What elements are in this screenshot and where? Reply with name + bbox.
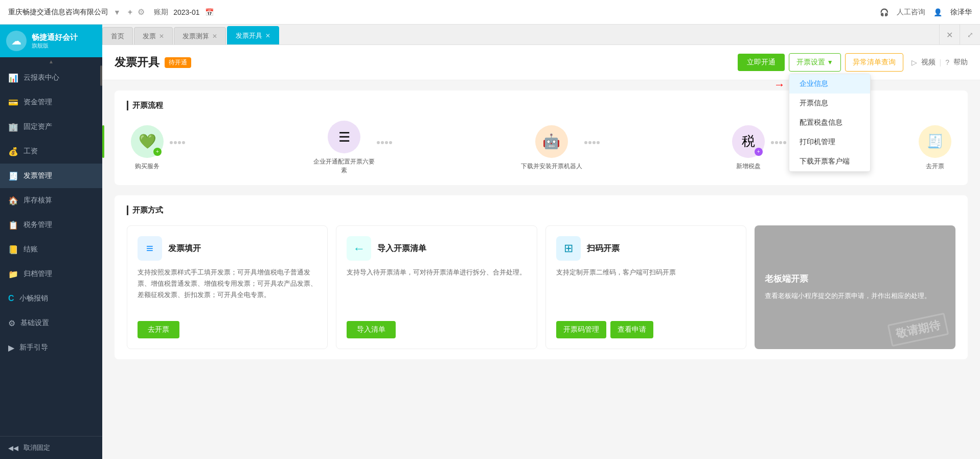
divider: | [940, 58, 942, 66]
sidebar-item-label: 库存核算 [24, 196, 52, 205]
fill-invoice-button[interactable]: 去开票 [138, 321, 179, 338]
tab-invoice[interactable]: 发票 ✕ [134, 27, 173, 44]
flow-step-1-border [102, 125, 104, 158]
method-fill-desc: 支持按照发票样式手工填开发票；可开具增值税电子普通发票、增值税普通发票、增值税专… [138, 267, 317, 313]
method-boss-title: 老板端开票 [765, 273, 808, 285]
logo: ☁ 畅捷通好会计 旗舰版 [0, 25, 102, 57]
settings-button[interactable]: 开票设置 ▼ [789, 53, 841, 72]
sidebar-item-xiaochu[interactable]: C 小畅报销 [0, 286, 102, 311]
dropdown-item-company[interactable]: 企业信息 [789, 74, 870, 94]
sidebar-item-new-guide[interactable]: ▶ 新手引导 [0, 335, 102, 360]
main-layout: ☁ 畅捷通好会计 旗舰版 ▲ 📊 云报表中心 💳 资金管理 🏢 固定资产 [0, 25, 980, 459]
flow-step-2: ☰ 企业开通配置开票六要素 [313, 121, 375, 175]
support-icon: 🎧 [880, 8, 888, 16]
sidebar-item-inventory[interactable]: 🏠 库存核算 [0, 188, 102, 213]
add-tab-icon[interactable]: + [128, 8, 132, 17]
flow-step-1-icon: 💚 + [131, 125, 164, 158]
tax-mgmt-icon: 📋 [8, 220, 18, 230]
tab-invoice-close[interactable]: ✕ [159, 33, 164, 40]
settings-dropdown[interactable]: 开票设置 ▼ → 企业信息 开票信息 配置税盘信息 打印机管理 下载开票客户端 [789, 53, 841, 72]
logo-text-block: 畅捷通好会计 旗舰版 [32, 32, 78, 50]
flow-step-5: 🧾 去开票 [915, 125, 955, 171]
sidebar-item-label: 固定资产 [24, 122, 52, 131]
sidebar-item-cancel-pin[interactable]: ◀◀ 取消固定 [0, 439, 102, 457]
logo-icon: ☁ [6, 31, 27, 51]
sidebar-item-label: 新手引导 [19, 343, 48, 352]
settings-chevron-icon: ▼ [827, 59, 833, 66]
company-dropdown-icon[interactable]: ▼ [113, 8, 121, 16]
dropdown-item-download-client[interactable]: 下载开票客户端 [789, 152, 870, 171]
dropdown-item-tax-config[interactable]: 配置税盘信息 [789, 113, 870, 132]
section-title-methods: 开票方式 [127, 205, 955, 215]
method-card-boss: 老板端开票 查看老板端小程序提交的开票申请，并作出相应的处理。 敬请期待 [755, 225, 955, 349]
settings-button-label: 开票设置 [796, 58, 825, 67]
cancel-pin-label: 取消固定 [24, 443, 50, 452]
video-link[interactable]: 视频 [921, 58, 936, 67]
step5-invoice-icon: 🧾 [927, 133, 943, 149]
maximize-window-button[interactable]: ⤢ [960, 25, 980, 45]
view-apply-button[interactable]: 查看申请 [610, 321, 653, 338]
sidebar: ☁ 畅捷通好会计 旗舰版 ▲ 📊 云报表中心 💳 资金管理 🏢 固定资产 [0, 25, 102, 459]
flow-connector-3 [584, 141, 726, 144]
support-link[interactable]: 人工咨询 [897, 8, 925, 17]
tab-invoice-open-label: 发票开具 [236, 31, 262, 40]
tab-bar: 首页 发票 ✕ 发票测算 ✕ 发票开具 ✕ ✕ ⤢ [102, 25, 980, 45]
sidebar-item-fund-mgmt[interactable]: 💳 资金管理 [0, 90, 102, 114]
page-header: 发票开具 待开通 立即开通 开票设置 ▼ [102, 45, 980, 80]
close-window-button[interactable]: ✕ [939, 25, 960, 45]
qr-manage-button[interactable]: 开票码管理 [556, 321, 606, 338]
method-boss-desc: 查看老板端小程序提交的开票申请，并作出相应的处理。 [765, 291, 931, 302]
tab-home[interactable]: 首页 [102, 27, 133, 44]
flow-step-3-label: 下载并安装开票机器人 [521, 162, 582, 171]
window-controls: ✕ ⤢ [939, 25, 980, 45]
method-card-scan: ⊞ 扫码开票 支持定制开票二维码，客户端可扫码开票 开票码管理 查看申请 [545, 225, 746, 349]
sidebar-item-label: 税务管理 [24, 220, 52, 230]
cloud-report-icon: 📊 [8, 73, 18, 83]
flow-step-4: 税 + 新增税盘 [728, 125, 769, 171]
calendar-icon[interactable]: 📅 [205, 8, 214, 16]
dropdown-item-printer-mgmt[interactable]: 打印机管理 [789, 132, 870, 152]
abnormal-button[interactable]: 异常清单查询 [845, 53, 903, 72]
settings-icon[interactable]: ⚙ [138, 7, 145, 17]
tab-invoice-calc-close[interactable]: ✕ [212, 33, 217, 40]
sidebar-item-salary[interactable]: 💰 工资 [0, 139, 102, 164]
header-actions: 立即开通 开票设置 ▼ → 企业信息 开票信息 [738, 53, 968, 72]
flow-step-2-icon: ☰ [328, 121, 360, 153]
logo-title: 畅捷通好会计 [32, 32, 78, 42]
method-scan-title: 扫码开票 [587, 243, 620, 254]
page-title-area: 发票开具 待开通 [115, 55, 191, 70]
sidebar-item-accounting[interactable]: 📒 结账 [0, 237, 102, 262]
sidebar-item-basic-settings[interactable]: ⚙ 基础设置 [0, 311, 102, 335]
red-arrow-indicator: → [774, 78, 785, 91]
method-fill-title: 发票填开 [168, 243, 201, 254]
sidebar-item-invoice-mgmt[interactable]: 🧾 发票管理 [0, 164, 102, 188]
basic-settings-icon: ⚙ [8, 318, 15, 328]
flow-step-5-icon: 🧾 [919, 125, 951, 158]
activate-button[interactable]: 立即开通 [738, 54, 785, 71]
sidebar-item-label: 资金管理 [24, 98, 52, 107]
tab-invoice-calc[interactable]: 发票测算 ✕ [174, 27, 226, 44]
tab-invoice-open[interactable]: 发票开具 ✕ [227, 26, 279, 44]
flow-step-1-icon-wrapper: 💚 + [131, 125, 164, 158]
method-card-import: ← 导入开票清单 支持导入待开票清单，可对待开票清单进行拆分、合并处理。 导入清… [336, 225, 537, 349]
flow-connector-2 [377, 141, 518, 144]
tab-invoice-open-close[interactable]: ✕ [265, 32, 270, 39]
sidebar-item-fixed-assets[interactable]: 🏢 固定资产 [0, 114, 102, 139]
user-name: 徐泽华 [950, 8, 972, 17]
sidebar-item-archive-mgmt[interactable]: 📁 归档管理 [0, 262, 102, 286]
method-import-title: 导入开票清单 [377, 243, 426, 254]
status-badge: 待开通 [165, 57, 191, 68]
method-card-fill-header: ≡ 发票填开 [138, 236, 317, 261]
sidebar-item-tax-mgmt[interactable]: 📋 税务管理 [0, 213, 102, 237]
sidebar-item-cloud-report[interactable]: 📊 云报表中心 [0, 65, 102, 90]
flow-step-5-label: 去开票 [926, 162, 944, 171]
sidebar-item-label: 发票管理 [24, 171, 52, 180]
right-panel: 首页 发票 ✕ 发票测算 ✕ 发票开具 ✕ ✕ ⤢ [102, 25, 980, 459]
help-link[interactable]: 帮助 [953, 58, 968, 67]
method-card-scan-header: ⊞ 扫码开票 [556, 236, 736, 261]
sidebar-scroll-up[interactable]: ▲ [0, 57, 102, 65]
import-list-button[interactable]: 导入清单 [347, 321, 396, 338]
dropdown-item-invoice-info[interactable]: 开票信息 [789, 94, 870, 113]
method-import-icon: ← [347, 236, 371, 261]
flow-step-4-icon: 税 + [732, 125, 765, 158]
